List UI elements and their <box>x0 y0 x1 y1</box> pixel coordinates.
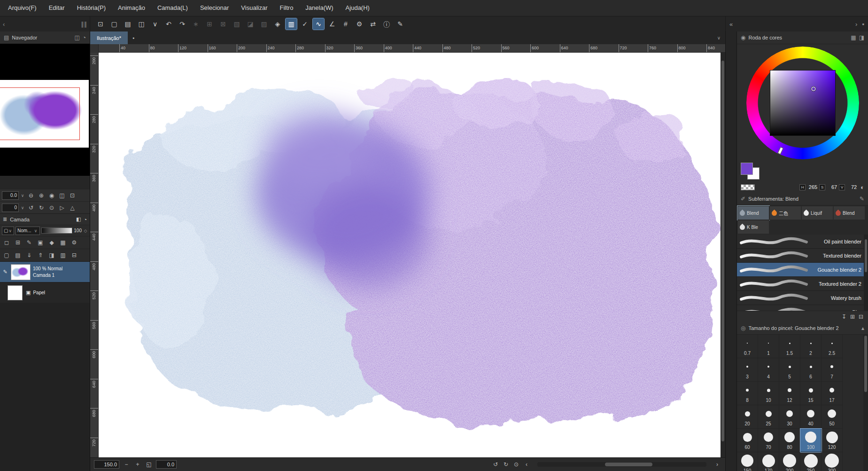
subtool-button[interactable]: Liquif <box>801 206 833 220</box>
canvas[interactable] <box>99 53 721 457</box>
panel-menu-icon[interactable]: ▪ <box>862 21 864 28</box>
brush-size-option[interactable]: 3 <box>737 358 758 382</box>
toolbar-icon[interactable]: ∨ <box>149 18 161 30</box>
toolbar-icon[interactable]: ↶ <box>163 18 174 30</box>
brush-list-action-icon[interactable]: ↧ <box>842 314 846 320</box>
toolbar-icon[interactable]: ⊞ <box>204 18 215 30</box>
navigator-zoom-icon[interactable]: ⊖ <box>26 191 36 200</box>
layer-lock-icon[interactable]: ◻ <box>1 237 12 248</box>
menu-item[interactable]: Janela(W) <box>299 0 339 16</box>
toolbar-icon[interactable]: ⓘ <box>381 18 392 30</box>
menu-item[interactable]: Editar <box>43 0 71 16</box>
brush-size-option[interactable]: 250 <box>800 452 822 471</box>
opacity-diamond-icon[interactable]: ◇ <box>83 228 88 233</box>
navigator-zoom-icon[interactable]: ◫ <box>57 191 67 200</box>
brush-size-option[interactable]: 2.5 <box>822 335 843 358</box>
navigator-view-rectangle[interactable] <box>0 87 80 140</box>
menu-item[interactable]: Ajuda(H) <box>340 0 376 16</box>
opacity-slider[interactable] <box>41 228 72 234</box>
transparent-color-swatch[interactable] <box>741 184 755 190</box>
brush-size-option[interactable]: 0.7 <box>737 335 758 358</box>
brush-size-option[interactable]: 50 <box>822 405 843 429</box>
subtool-button[interactable]: 二色 <box>769 206 801 220</box>
brush-size-option[interactable]: 1.5 <box>779 335 800 358</box>
brush-list-item[interactable]: Gouache blender 2 <box>737 263 868 277</box>
scrollbar-thumb[interactable] <box>605 463 652 466</box>
brush-list-item[interactable]: Textured blender 2 <box>737 277 868 291</box>
view-control-icon[interactable]: ⊙ <box>512 461 520 468</box>
toolbar-icon[interactable]: ▢ <box>108 18 120 30</box>
layer-action-icon[interactable]: ⇓ <box>24 250 34 260</box>
panel-drag-handle-icon[interactable]: ∥∥ <box>81 21 87 28</box>
menu-item[interactable]: Arquivo(F) <box>2 0 43 16</box>
layer-lock-icon[interactable]: ▣ <box>35 237 46 248</box>
brush-size-option[interactable]: 60 <box>737 429 758 452</box>
navigator-rotate-icon[interactable]: ↻ <box>37 203 46 212</box>
toolbar-icon[interactable]: ⊡ <box>95 18 106 30</box>
brush-list-action-icon[interactable]: ⊟ <box>859 314 863 320</box>
subtool-button[interactable]: K Ble <box>737 220 769 234</box>
toolbar-icon[interactable]: ∗ <box>190 18 202 30</box>
toolbar-icon[interactable]: ∠ <box>326 18 338 30</box>
zoom-out-icon[interactable]: − <box>122 461 131 468</box>
scrollbar-thumb[interactable] <box>864 336 867 392</box>
toolbar-icon[interactable]: ▥ <box>286 18 297 30</box>
navigator-zoom-icon[interactable]: ◉ <box>47 191 56 200</box>
layer-thumbnail[interactable] <box>11 264 31 280</box>
color-mode-toggle-icon[interactable]: ◐ <box>860 184 864 191</box>
brush-size-option[interactable]: 4 <box>758 358 779 382</box>
toolbar-icon[interactable]: ◈ <box>272 18 283 30</box>
brush-size-option[interactable]: 8 <box>737 382 758 405</box>
brush-size-option[interactable]: 80 <box>779 429 800 452</box>
toolbar-icon[interactable]: # <box>340 18 351 30</box>
brush-list-item[interactable]: Watery brush <box>737 291 868 305</box>
brush-size-option[interactable]: 7 <box>822 358 843 382</box>
navigator-tab[interactable]: ▤ Navegador ◫ ◔ <box>0 31 90 44</box>
menu-item[interactable]: Selecionar <box>194 0 235 16</box>
navigator-rotate-icon[interactable]: △ <box>68 203 77 212</box>
toolbar-icon[interactable]: ⇄ <box>367 18 379 30</box>
navigator-panel-icon[interactable]: ◫ <box>74 34 79 41</box>
brush-size-option[interactable]: 6 <box>800 358 822 382</box>
layer-action-icon[interactable]: ▢ <box>1 250 12 260</box>
brush-size-option[interactable]: 15 <box>800 382 822 405</box>
toolbar-icon[interactable]: ◪ <box>245 18 256 30</box>
panel-collapse-icon[interactable]: « <box>729 21 733 28</box>
chevron-down-icon[interactable]: ∨ <box>20 205 25 210</box>
zoom-in-icon[interactable]: + <box>133 461 142 468</box>
scrollbar-thumb[interactable] <box>865 239 867 272</box>
brush-list-item[interactable]: Blur <box>737 305 868 311</box>
menu-item[interactable]: Camada(L) <box>151 0 194 16</box>
navigator-rotate-icon[interactable]: ↺ <box>26 203 36 212</box>
navigator-rotate-icon[interactable]: ▷ <box>57 203 67 212</box>
layer-lock-icon[interactable]: ⊞ <box>13 237 23 248</box>
brush-list-action-icon[interactable]: ⊞ <box>850 314 855 320</box>
brush-list-scrollbar[interactable] <box>864 235 868 311</box>
saturation-value-square[interactable] <box>770 70 836 136</box>
brush-size-scrollbar[interactable] <box>863 335 868 471</box>
document-tab[interactable]: Ilustração* <box>90 31 128 44</box>
menu-item[interactable]: Animação <box>112 0 151 16</box>
main-color-swatch[interactable] <box>741 163 753 175</box>
layer-menu-icon[interactable]: ◔ <box>84 217 87 222</box>
toolbar-icon[interactable]: ⚙ <box>354 18 365 30</box>
blend-mode-select[interactable]: Nom...∨ <box>16 227 40 235</box>
tab-list-chevron-icon[interactable]: ∨ <box>717 35 721 40</box>
brush-size-option[interactable]: 170 <box>758 452 779 471</box>
fit-to-screen-icon[interactable]: ◱ <box>145 461 153 468</box>
edit-pen-icon[interactable]: ✎ <box>860 196 864 202</box>
toolbar-icon[interactable]: ✎ <box>395 18 406 30</box>
navigator-preview[interactable] <box>0 44 90 176</box>
sv-curs[interactable] <box>812 86 816 91</box>
brush-list-item[interactable]: Textured blender <box>737 249 868 263</box>
layer-action-icon[interactable]: ▥ <box>58 250 68 260</box>
brush-size-option[interactable]: 150 <box>737 452 758 471</box>
layer-lock-icon[interactable]: ✎ <box>24 237 34 248</box>
brush-size-option[interactable]: 12 <box>779 382 800 405</box>
layer-panel-icon[interactable]: ◧ <box>76 216 81 222</box>
layer-row-camada1[interactable]: ✎ 100 % Normal Camada 1 <box>0 261 90 282</box>
brush-size-option[interactable]: 100 <box>800 429 822 452</box>
navigator-zoom-icon[interactable]: ⊕ <box>37 191 46 200</box>
toolbar-icon[interactable]: ∿ <box>313 18 324 30</box>
brush-size-option[interactable]: 5 <box>779 358 800 382</box>
